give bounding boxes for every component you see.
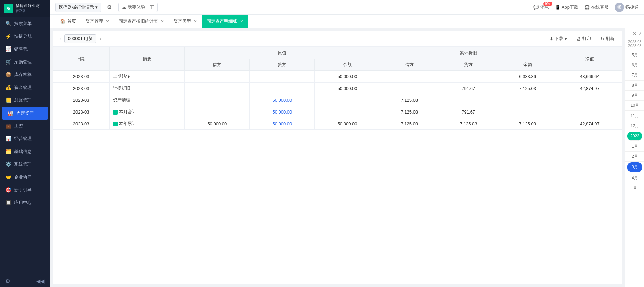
download-item[interactable]: 📱 App下载: [555, 4, 578, 10]
tab-depreciation-stats-close[interactable]: ✕: [161, 19, 164, 24]
tab-asset-detail-close[interactable]: ✕: [240, 19, 243, 24]
cell-accum-balance: 7,125.03: [498, 83, 557, 94]
right-panel-month-11[interactable]: 11月: [625, 111, 644, 121]
cell-orig-credit: 50,000.00: [250, 118, 315, 130]
tab-asset-type[interactable]: 资产类型 ✕: [169, 15, 202, 28]
cell-orig-balance: 50,000.00: [315, 83, 380, 94]
sidebar-item-basic[interactable]: 🗂️ 基础信息: [0, 145, 50, 158]
download-icon: 📱: [555, 5, 560, 10]
table-row: 2023-03 本年累计 50,000.00 50,000.00 50,000.…: [53, 118, 622, 130]
download-btn[interactable]: ⬇ 下载 ▾: [547, 34, 570, 43]
sidebar-item-inventory[interactable]: 📦 库存核算: [0, 68, 50, 81]
messages-item[interactable]: 💬 消息 99+: [533, 4, 549, 10]
col-header-accum-balance: 余额: [498, 59, 557, 71]
sidebar-item-purchase[interactable]: 🛒 采购管理: [0, 56, 50, 68]
sidebar: 畅 畅捷通好业财 普及版 🔍 搜索菜单 ⚡ 快捷导航 📈 销售管理 🛒 采购管理…: [0, 0, 50, 287]
right-panel-month-1[interactable]: 1月: [625, 141, 644, 152]
sidebar-item-ledger[interactable]: 📒 总账管理: [0, 94, 50, 107]
sidebar-item-capital[interactable]: 💰 资金管理: [0, 81, 50, 94]
messages-icon: 💬: [533, 5, 539, 10]
right-panel-month-12[interactable]: 12月: [625, 121, 644, 131]
sidebar-item-label: 系统管理: [14, 161, 32, 167]
user-item[interactable]: 畅 畅捷通: [615, 3, 639, 12]
sidebar-item-label: 工资: [14, 123, 23, 129]
prev-arrow[interactable]: ‹: [58, 35, 62, 42]
right-panel-month-8[interactable]: 8月: [625, 81, 644, 91]
company-selector[interactable]: 医疗器械行业演示 ▾: [55, 3, 101, 12]
service-item[interactable]: 🎧 在线客服: [584, 4, 609, 10]
cell-accum-balance: 6,333.36: [498, 71, 557, 83]
tab-asset-mgmt-label: 资产管理: [86, 18, 103, 24]
sidebar-item-quicknav[interactable]: ⚡ 快捷导航: [0, 30, 50, 43]
cell-summary: 计提折旧: [110, 83, 185, 94]
right-panel-close-icon[interactable]: ✕: [633, 31, 637, 36]
print-btn[interactable]: 🖨 打印: [574, 34, 594, 43]
tab-asset-detail-label: 固定资产明细账: [207, 18, 237, 24]
sidebar-scroll: 🔍 搜索菜单 ⚡ 快捷导航 📈 销售管理 🛒 采购管理 📦 库存核算 💰 资金管…: [0, 17, 50, 275]
cell-accum-debit: 7,125.03: [380, 118, 439, 130]
col-header-orig-credit: 贷方: [250, 59, 315, 71]
tab-asset-detail[interactable]: 固定资产明细账 ✕: [202, 15, 248, 28]
experience-label: 我要体验一下: [128, 4, 154, 10]
right-panel-expand-icon[interactable]: ⤢: [638, 31, 642, 36]
avatar: 畅: [615, 3, 624, 12]
sidebar-item-payroll[interactable]: 💼 工资: [0, 120, 50, 132]
right-panel-month-2[interactable]: 2月: [625, 152, 644, 162]
refresh-btn[interactable]: ↻ 刷新: [598, 34, 617, 43]
settings-icon[interactable]: ⚙: [105, 3, 113, 12]
right-panel-month-4[interactable]: 4月: [625, 173, 644, 183]
sidebar-item-collab[interactable]: 🤝 企业协同: [0, 171, 50, 184]
sidebar-item-fixedassets[interactable]: 🏭 固定资产: [2, 107, 48, 120]
cell-date: 2023-03: [53, 118, 110, 130]
cell-net-value: 43,666.64: [557, 71, 622, 83]
cell-orig-credit: 50,000.00: [250, 94, 315, 106]
right-panel-date1: 2023.03: [627, 40, 643, 44]
tab-home[interactable]: 🏠 首页: [55, 15, 81, 28]
cell-summary: 本月合计: [110, 106, 185, 118]
tab-asset-type-label: 资产类型: [174, 18, 191, 24]
right-panel-month-5[interactable]: 5月: [625, 50, 644, 60]
tab-asset-mgmt[interactable]: 资产管理 ✕: [81, 15, 114, 28]
tab-asset-mgmt-close[interactable]: ✕: [106, 19, 109, 24]
sidebar-item-label: 搜索菜单: [14, 21, 32, 27]
sidebar-item-label: 新手引导: [14, 187, 32, 193]
cell-net-value: 42,874.97: [557, 118, 622, 130]
sidebar-item-system[interactable]: ⚙️ 系统管理: [0, 158, 50, 171]
cell-orig-credit: 50,000.00: [250, 106, 315, 118]
cell-accum-debit: [380, 71, 439, 83]
cell-orig-balance: 50,000.00: [315, 118, 380, 130]
right-panel-month-3[interactable]: 3月: [627, 162, 642, 172]
right-panel-month-9[interactable]: 9月: [625, 91, 644, 101]
sidebar-item-guide[interactable]: 🎯 新手引导: [0, 184, 50, 196]
next-arrow[interactable]: ›: [98, 35, 103, 42]
asset-detail-table: 日期 摘要 原值 累计折旧 净值 借方 贷方 余额 借方 贷方 余额: [53, 47, 622, 130]
print-icon: 🖨: [577, 36, 581, 41]
right-panel-month-6[interactable]: 6月: [625, 60, 644, 70]
right-panel-year-2023[interactable]: 2023: [627, 132, 642, 141]
sidebar-item-label: 经营管理: [14, 136, 32, 142]
sidebar-item-search[interactable]: 🔍 搜索菜单: [0, 17, 50, 30]
col-header-orig-debit: 借方: [185, 59, 250, 71]
sidebar-item-sales[interactable]: 📈 销售管理: [0, 43, 50, 56]
cell-orig-debit: [185, 106, 250, 118]
experience-btn[interactable]: ☁ 我要体验一下: [118, 3, 158, 12]
tab-depreciation-stats-label: 固定资产折旧统计表: [119, 18, 158, 24]
right-panel-scroll-down[interactable]: ⬇: [625, 183, 644, 192]
print-btn-label: 打印: [582, 36, 591, 42]
content-area: ‹ 000001 电脑 › ⬇ 下载 ▾ 🖨 打印 ↻: [50, 28, 644, 287]
table-wrapper: 日期 摘要 原值 累计折旧 净值 借方 贷方 余额 借方 贷方 余额: [53, 47, 622, 284]
settings-bottom-icon[interactable]: ⚙: [5, 278, 10, 284]
sidebar-item-apps[interactable]: 🔲 应用中心: [0, 196, 50, 209]
sidebar-item-operations[interactable]: 📊 经营管理: [0, 132, 50, 145]
tab-asset-type-close[interactable]: ✕: [194, 19, 197, 24]
collapse-sidebar-icon[interactable]: ◀◀: [36, 278, 44, 284]
right-panel-month-7[interactable]: 7月: [625, 70, 644, 81]
sidebar-item-label: 销售管理: [14, 46, 32, 52]
tab-depreciation-stats[interactable]: 固定资产折旧统计表 ✕: [114, 15, 169, 28]
col-header-date: 日期: [53, 47, 110, 71]
download-label: App下载: [562, 4, 578, 10]
right-panel-month-10[interactable]: 10月: [625, 101, 644, 111]
home-icon: 🏠: [60, 19, 65, 24]
download-btn-label: 下载: [555, 36, 563, 42]
cell-accum-debit: [380, 83, 439, 94]
